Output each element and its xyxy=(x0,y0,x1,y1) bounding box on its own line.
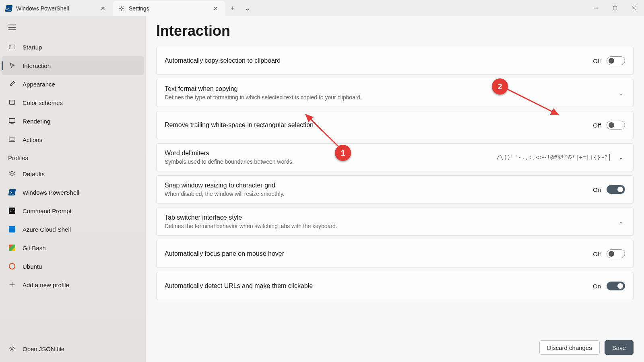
settings-list: Automatically copy selection to clipboar… xyxy=(156,47,634,300)
setting-desc: Symbols used to define boundaries betwee… xyxy=(165,158,489,165)
svg-rect-12 xyxy=(9,119,15,123)
sidebar-item-label: Appearance xyxy=(23,81,55,88)
svg-point-21 xyxy=(11,348,13,350)
azure-icon xyxy=(8,225,16,233)
sidebar-item-defaults[interactable]: Defaults xyxy=(0,165,146,183)
toggle-state-label: Off xyxy=(593,122,601,129)
svg-rect-10 xyxy=(10,101,15,104)
setting-title: Tab switcher interface style xyxy=(165,214,610,221)
sidebar-item-label: Interaction xyxy=(23,62,51,69)
footer-actions: Discard changes Save xyxy=(156,328,634,355)
svg-point-9 xyxy=(10,46,11,46)
sidebar-item-actions[interactable]: Actions xyxy=(0,130,146,149)
tab-label: Windows PowerShell xyxy=(16,5,95,12)
svg-point-0 xyxy=(121,8,122,9)
sidebar-item-label: Azure Cloud Shell xyxy=(23,226,71,233)
setting-desc: When disabled, the window will resize sm… xyxy=(165,191,586,197)
setting-value: /\()"'-.,:;<>~!@#$%^&*|+=[]{}~?│ xyxy=(496,154,611,160)
setting-trim-block-selection[interactable]: Remove trailing white-space in rectangul… xyxy=(156,111,634,139)
save-button[interactable]: Save xyxy=(605,340,634,355)
setting-title: Automatically focus pane on mouse hover xyxy=(165,250,586,257)
sidebar-item-label: Command Prompt xyxy=(23,208,72,214)
sidebar-item-gitbash-profile[interactable]: Git Bash xyxy=(0,239,146,257)
sidebar-item-label: Actions xyxy=(23,136,42,143)
setting-detect-urls[interactable]: Automatically detect URLs and make them … xyxy=(156,272,634,300)
maximize-button[interactable] xyxy=(605,0,625,16)
powershell-icon: >_ xyxy=(8,188,16,196)
sidebar-item-label: Add a new profile xyxy=(23,282,69,288)
profiles-header: Profiles xyxy=(0,149,146,165)
toggle-state-label: Off xyxy=(593,58,601,64)
close-icon[interactable]: ✕ xyxy=(212,5,220,12)
gitbash-icon xyxy=(8,244,16,252)
sidebar-item-add-profile[interactable]: Add a new profile xyxy=(0,276,146,294)
sidebar-item-label: Defaults xyxy=(23,171,45,177)
chevron-down-icon: ⌄ xyxy=(617,90,625,96)
tab-dropdown-button[interactable]: ⌄ xyxy=(240,0,254,16)
layers-icon xyxy=(8,170,16,178)
gear-icon xyxy=(118,5,125,12)
setting-snap-grid[interactable]: Snap window resizing to character grid W… xyxy=(156,175,634,204)
chevron-down-icon: ⌄ xyxy=(617,154,625,160)
palette-icon xyxy=(8,99,16,107)
sidebar-item-label: Color schemes xyxy=(23,99,63,106)
setting-word-delimiters[interactable]: Word delimiters Symbols used to define b… xyxy=(156,143,634,171)
monitor-icon xyxy=(8,117,16,125)
keyboard-icon xyxy=(8,136,16,144)
sidebar-item-label: Startup xyxy=(23,44,42,51)
sidebar-item-powershell-profile[interactable]: >_ Windows PowerShell xyxy=(0,183,146,202)
svg-rect-11 xyxy=(10,100,15,101)
sidebar: Startup Interaction Appearance Color sch… xyxy=(0,16,146,362)
toggle-switch[interactable] xyxy=(607,185,625,194)
close-window-button[interactable] xyxy=(625,0,644,16)
setting-text-format[interactable]: Text format when copying Defines the typ… xyxy=(156,79,634,107)
sidebar-item-appearance[interactable]: Appearance xyxy=(0,75,146,93)
sidebar-item-azure-profile[interactable]: Azure Cloud Shell xyxy=(0,220,146,239)
sidebar-item-open-json[interactable]: Open JSON file xyxy=(0,339,146,358)
plus-icon xyxy=(8,281,16,289)
toggle-switch[interactable] xyxy=(607,56,625,65)
setting-title: Word delimiters xyxy=(165,150,489,157)
content-pane: Interaction Automatically copy selection… xyxy=(146,16,644,362)
setting-focus-hover[interactable]: Automatically focus pane on mouse hover … xyxy=(156,240,634,268)
hamburger-button[interactable] xyxy=(4,19,20,35)
toggle-state-label: Off xyxy=(593,251,601,257)
tab-powershell[interactable]: >_ Windows PowerShell ✕ xyxy=(0,1,113,16)
sidebar-item-cmd-profile[interactable]: C:\ Command Prompt xyxy=(0,202,146,220)
minimize-button[interactable] xyxy=(586,0,605,16)
setting-copy-on-select[interactable]: Automatically copy selection to clipboar… xyxy=(156,47,634,75)
titlebar: >_ Windows PowerShell ✕ Settings ✕ ＋ ⌄ xyxy=(0,0,644,16)
toggle-switch[interactable] xyxy=(607,121,625,130)
startup-icon xyxy=(8,43,16,51)
sidebar-item-interaction[interactable]: Interaction xyxy=(2,56,144,75)
new-tab-button[interactable]: ＋ xyxy=(225,0,240,16)
sidebar-item-ubuntu-profile[interactable]: Ubuntu xyxy=(0,257,146,276)
sidebar-item-rendering[interactable]: Rendering xyxy=(0,112,146,130)
tab-settings[interactable]: Settings ✕ xyxy=(113,1,225,16)
sidebar-item-startup[interactable]: Startup xyxy=(0,38,146,56)
page-title: Interaction xyxy=(156,23,634,39)
discard-button[interactable]: Discard changes xyxy=(539,340,600,355)
tab-label: Settings xyxy=(129,5,208,12)
svg-rect-8 xyxy=(9,45,15,49)
cmd-icon: C:\ xyxy=(8,207,16,215)
setting-title: Automatically copy selection to clipboar… xyxy=(165,57,586,64)
window-controls xyxy=(586,0,644,16)
setting-tab-switcher[interactable]: Tab switcher interface style Defines the… xyxy=(156,208,634,236)
sidebar-item-colorschemes[interactable]: Color schemes xyxy=(0,93,146,112)
setting-desc: Defines the type of formatting in which … xyxy=(165,94,610,101)
annotation-callout-1: 1 xyxy=(335,145,351,161)
setting-title: Automatically detect URLs and make them … xyxy=(165,282,586,290)
close-icon[interactable]: ✕ xyxy=(99,5,107,12)
setting-title: Text format when copying xyxy=(165,85,610,93)
sidebar-item-label: Rendering xyxy=(23,118,50,125)
toggle-switch[interactable] xyxy=(607,249,625,258)
setting-title: Remove trailing white-space in rectangul… xyxy=(165,121,586,129)
ubuntu-icon xyxy=(8,262,16,270)
toggle-state-label: On xyxy=(593,283,601,290)
setting-desc: Defines the terminal behavior when switc… xyxy=(165,223,610,229)
toggle-switch[interactable] xyxy=(607,282,625,290)
gear-icon xyxy=(8,345,16,353)
annotation-callout-2: 2 xyxy=(492,78,508,95)
svg-rect-2 xyxy=(613,6,617,10)
